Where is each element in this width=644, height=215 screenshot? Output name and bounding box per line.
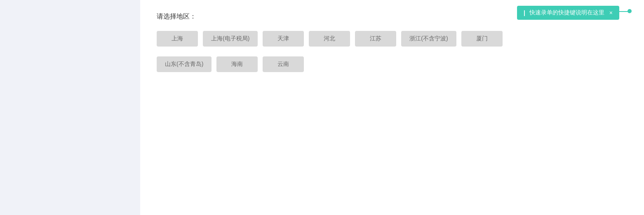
region-btn-xiamen[interactable]: 厦门	[461, 31, 503, 47]
main-content: 请选择地区： 上海 上海(电子税局) 天津 河北 江苏 浙江(不含宁波) 厦门 …	[140, 0, 644, 215]
region-btn-yunnan[interactable]: 云南	[263, 56, 304, 72]
region-btn-hebei[interactable]: 河北	[309, 31, 350, 47]
tooltip-banner: 快速录单的快捷键说明在这里 ×	[517, 6, 619, 20]
region-btn-zhejiang[interactable]: 浙江(不含宁波)	[401, 31, 456, 47]
region-btn-shandong[interactable]: 山东(不含青岛)	[157, 56, 212, 72]
region-buttons: 上海 上海(电子税局) 天津 河北 江苏 浙江(不含宁波) 厦门 山东(不含青岛…	[157, 31, 628, 72]
left-sidebar	[0, 0, 140, 215]
region-btn-shanghai[interactable]: 上海	[157, 31, 198, 47]
region-btn-hainan[interactable]: 海南	[216, 56, 258, 72]
region-btn-shanghai-etax[interactable]: 上海(电子税局)	[203, 31, 258, 47]
tooltip-dot	[628, 9, 632, 13]
tooltip-close-button[interactable]: ×	[609, 9, 613, 16]
region-btn-tianjin[interactable]: 天津	[263, 31, 304, 47]
region-btn-jiangsu[interactable]: 江苏	[355, 31, 396, 47]
tooltip-text: 快速录单的快捷键说明在这里	[529, 9, 604, 16]
